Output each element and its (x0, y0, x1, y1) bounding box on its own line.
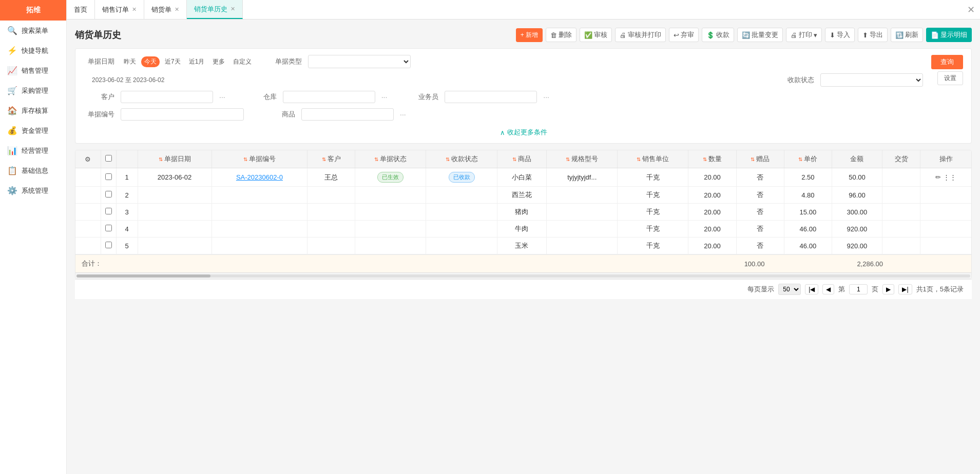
th-doc-status[interactable]: ⇅单据状态 (355, 150, 426, 168)
page-input[interactable] (849, 284, 868, 294)
print-button[interactable]: 🖨 打印 ▾ (786, 28, 822, 42)
row-customer (308, 221, 355, 238)
set-button[interactable]: 设置 (937, 71, 963, 85)
row-action (920, 221, 971, 238)
system-icon: ⚙️ (7, 186, 17, 195)
sidebar-item-quick-nav[interactable]: ⚡ 快捷导航 (0, 41, 66, 61)
page-size-select[interactable]: 50 (778, 284, 801, 295)
tab-sales-goods[interactable]: 销货单 ✕ (144, 0, 187, 19)
table-row: 12023-06-02SA-20230602-0王总已生效已收款小白菜tyjyj… (75, 168, 971, 187)
goods-dots[interactable]: ··· (400, 110, 406, 118)
th-collect-status[interactable]: ⇅收款状态 (426, 150, 497, 168)
date-btn-yesterday[interactable]: 昨天 (121, 56, 139, 67)
row-checkbox[interactable] (105, 225, 112, 231)
row-checkbox[interactable] (101, 238, 116, 254)
th-gift[interactable]: ⇅赠品 (736, 150, 784, 168)
doc-status-badge: 已生效 (377, 172, 403, 183)
date-btn-1month[interactable]: 近1月 (186, 56, 208, 67)
row-checkbox[interactable] (105, 242, 112, 248)
tab-home[interactable]: 首页 (67, 0, 95, 19)
close-icon[interactable]: ✕ (230, 6, 235, 12)
select-all-checkbox[interactable] (105, 155, 112, 162)
th-sales-unit[interactable]: ⇅销售单位 (618, 150, 688, 168)
date-quick-buttons: 昨天 今天 近7天 近1月 更多 自定义 (121, 56, 255, 67)
row-gift: 否 (736, 187, 784, 204)
collapse-button[interactable]: ∧ 收起更多条件 (500, 128, 547, 137)
doc-type-select[interactable] (308, 55, 411, 68)
collect-button[interactable]: 💲 收款 (702, 28, 734, 42)
refresh-button[interactable]: 🔃 刷新 (891, 28, 923, 42)
table-row: 5玉米千克20.00否46.00920.00 (75, 238, 971, 254)
scroll-thumb[interactable] (76, 274, 210, 278)
horizontal-scrollbar[interactable] (75, 272, 971, 279)
close-icon[interactable]: ✕ (175, 6, 179, 13)
row-action[interactable]: ✏⋮⋮ (920, 168, 971, 187)
sidebar-item-system[interactable]: ⚙️ 系统管理 (0, 181, 66, 201)
abandon-button[interactable]: ↩ 弃审 (669, 28, 699, 42)
th-doc-date[interactable]: ⇅单据日期 (138, 150, 212, 168)
collect-status-select[interactable] (820, 73, 923, 87)
review-button[interactable]: ✅ 审核 (580, 28, 612, 42)
customer-input[interactable] (121, 91, 213, 103)
sidebar-item-sales[interactable]: 📈 销售管理 (0, 61, 66, 81)
import-button[interactable]: ⬇ 导入 (825, 28, 855, 42)
doc-no-input[interactable] (121, 108, 244, 121)
close-icon[interactable]: ✕ (132, 6, 137, 13)
next-page-button[interactable]: ▶ (882, 284, 894, 294)
tab-sales-order[interactable]: 销售订单 ✕ (95, 0, 144, 19)
first-page-button[interactable]: |◀ (805, 284, 818, 294)
sidebar-item-capital[interactable]: 💰 资金管理 (0, 121, 66, 141)
th-goods[interactable]: ⇅商品 (497, 150, 547, 168)
date-btn-7days[interactable]: 近7天 (162, 56, 184, 67)
row-checkbox[interactable] (101, 168, 116, 187)
row-checkbox[interactable] (105, 173, 112, 180)
date-btn-custom[interactable]: 自定义 (230, 56, 255, 67)
sidebar-item-search[interactable]: 🔍 搜索菜单 (0, 21, 66, 41)
sidebar-item-label: 采购管理 (22, 86, 48, 95)
add-button[interactable]: + 新增 (516, 28, 543, 42)
th-qty[interactable]: ⇅数量 (688, 150, 736, 168)
tab-sales-history[interactable]: 销货单历史 ✕ (187, 0, 243, 19)
th-doc-no[interactable]: ⇅单据编号 (212, 150, 308, 168)
date-btn-more[interactable]: 更多 (209, 56, 228, 67)
delete-button[interactable]: 🗑 删除 (546, 28, 577, 42)
sidebar-item-label: 资金管理 (22, 126, 48, 135)
doc-type-label: 单据类型 (271, 57, 302, 66)
row-checkbox[interactable] (101, 187, 116, 204)
warehouse-dots[interactable]: ··· (381, 93, 388, 101)
warehouse-input[interactable] (283, 91, 375, 103)
row-goods: 猪肉 (497, 204, 547, 221)
row-checkbox[interactable] (101, 204, 116, 221)
review-print-button[interactable]: 🖨 审核并打印 (615, 28, 666, 42)
more-icon[interactable]: ⋮⋮ (943, 173, 956, 181)
doc-no-link[interactable]: SA-20230602-0 (236, 173, 283, 181)
row-checkbox[interactable] (105, 208, 112, 214)
th-gear[interactable]: ⚙ (75, 150, 101, 168)
ops-icon: 📊 (7, 146, 17, 155)
row-checkbox[interactable] (101, 221, 116, 238)
last-page-button[interactable]: ▶| (898, 284, 912, 294)
row-doc-date: 2023-06-02 (138, 168, 212, 187)
batch-change-button[interactable]: 🔄 批量变更 (737, 28, 783, 42)
th-checkbox[interactable] (101, 150, 116, 168)
row-qty: 20.00 (688, 187, 736, 204)
query-button[interactable]: 查询 (931, 55, 963, 69)
date-btn-today[interactable]: 今天 (141, 56, 160, 67)
th-customer[interactable]: ⇅客户 (308, 150, 355, 168)
customer-dots[interactable]: ··· (219, 93, 225, 101)
salesperson-input[interactable] (445, 91, 537, 103)
close-all-tabs-button[interactable]: ✕ (962, 4, 980, 15)
sidebar-item-ops[interactable]: 📊 经营管理 (0, 141, 66, 161)
export-button[interactable]: ⬆ 导出 (858, 28, 888, 42)
goods-input[interactable] (301, 108, 394, 121)
th-spec-type[interactable]: ⇅规格型号 (547, 150, 618, 168)
sidebar-item-purchase[interactable]: 🛒 采购管理 (0, 81, 66, 101)
edit-icon[interactable]: ✏ (935, 173, 941, 181)
prev-page-button[interactable]: ◀ (822, 284, 834, 294)
salesperson-dots[interactable]: ··· (543, 93, 549, 101)
show-detail-button[interactable]: 📄 显示明细 (926, 28, 972, 42)
row-checkbox[interactable] (105, 191, 112, 198)
sidebar-item-basic[interactable]: 📋 基础信息 (0, 161, 66, 181)
th-unit-price[interactable]: ⇅单价 (784, 150, 832, 168)
sidebar-item-inventory[interactable]: 🏠 库存核算 (0, 101, 66, 121)
